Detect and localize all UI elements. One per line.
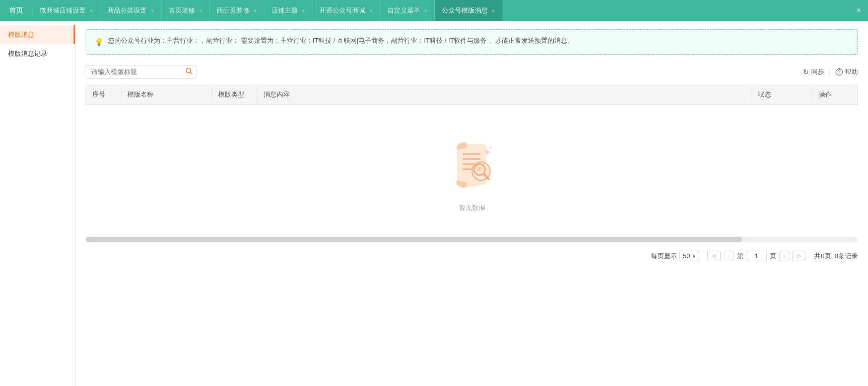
search-button[interactable]: [185, 67, 192, 76]
home-label: 首页: [9, 6, 23, 14]
nav-tab-theme[interactable]: 店铺主题 ×: [264, 0, 312, 21]
nav-tab-cat-label: 商品分类设置: [107, 6, 147, 15]
lightbulb-icon: 💡: [94, 36, 104, 48]
sidebar-item-label: 模版消息记录: [8, 50, 47, 57]
page-size-label: 每页显示: [651, 252, 677, 261]
svg-point-12: [490, 146, 492, 148]
nav-tab-theme-label: 店铺主题: [272, 6, 298, 15]
close-icon[interactable]: ×: [253, 8, 256, 14]
empty-state: 暂无数据: [86, 105, 858, 233]
last-page-button[interactable]: ⊳: [792, 251, 806, 261]
sidebar: 模版消息 模版消息记录: [0, 21, 76, 386]
col-header-seq: 序号: [86, 85, 121, 105]
sidebar-item-template-log[interactable]: 模版消息记录: [0, 44, 75, 63]
top-nav: 首页 微商城店铺设置 × 商品分类设置 × 首页装修 × 商品页装修 × 店铺主…: [0, 0, 868, 21]
search-input-wrap: [86, 65, 196, 79]
notice-highlight: 需要设置为：主营行业：IT科技 / 互联网|电子商务，副营行业：IT科技 / I…: [241, 37, 494, 44]
nav-tab-home[interactable]: 首页: [0, 6, 33, 15]
total-info: 共0页, 0条记录: [814, 252, 858, 261]
search-input[interactable]: [86, 65, 196, 79]
scrollbar[interactable]: [86, 237, 858, 243]
prev-page-button[interactable]: ‹: [724, 251, 734, 261]
help-circle-icon: ?: [836, 68, 843, 75]
col-header-action: 操作: [813, 85, 858, 105]
help-label: 帮助: [845, 67, 858, 76]
help-button[interactable]: ? 帮助: [836, 67, 858, 76]
nav-tab-wsc-label: 微商城店铺设置: [40, 6, 86, 15]
pagination: 每页显示 50 ∨ ⊲ ‹ 第 页 › ⊳ 共0页, 0条记录: [86, 247, 858, 265]
close-icon[interactable]: ×: [90, 8, 93, 14]
content-area: 💡 您的公众号行业为：主营行业：，副营行业： 需要设置为：主营行业：IT科技 /…: [76, 21, 868, 386]
first-page-button[interactable]: ⊲: [707, 251, 721, 261]
next-page-button[interactable]: ›: [779, 251, 789, 261]
page-size-dropdown[interactable]: 50 ∨: [679, 251, 699, 261]
search-bar: ↻ 同步 | ? 帮助: [86, 65, 858, 79]
data-table: 序号 模版名称 模版类型 消息内容 状态 操作: [86, 85, 858, 233]
sync-label: 同步: [811, 67, 824, 76]
page-number-input[interactable]: [747, 251, 767, 261]
close-icon[interactable]: ×: [369, 8, 372, 14]
page-suffix: 页: [770, 252, 776, 261]
close-icon[interactable]: ×: [151, 8, 154, 14]
close-all-button[interactable]: ×: [849, 6, 868, 15]
search-right: ↻ 同步 | ? 帮助: [803, 67, 858, 76]
search-left: [86, 65, 196, 79]
main-layout: 模版消息 模版消息记录 💡 您的公众号行业为：主营行业：，副营行业： 需要设置为…: [0, 21, 868, 386]
page-size-select: 每页显示 50 ∨: [651, 251, 699, 261]
nav-tab-prod-dec[interactable]: 商品页装修 ×: [210, 0, 264, 21]
empty-text: 暂无数据: [86, 203, 858, 212]
sync-button[interactable]: ↻ 同步: [803, 67, 824, 76]
nav-tab-prod-dec-label: 商品页装修: [217, 6, 249, 15]
divider: |: [829, 68, 831, 75]
close-icon[interactable]: ×: [199, 8, 202, 14]
notice-text: 您的公众号行业为：主营行业：，副营行业： 需要设置为：主营行业：IT科技 / 互…: [108, 36, 574, 46]
nav-tab-wsc[interactable]: 微商城店铺设置 ×: [33, 0, 100, 21]
page-prefix: 第: [737, 252, 744, 261]
col-header-content: 消息内容: [257, 85, 752, 105]
nav-tab-home-dec[interactable]: 首页装修 ×: [162, 0, 210, 21]
col-header-type: 模版类型: [212, 85, 257, 105]
page-size-value: 50: [683, 252, 690, 260]
sync-icon: ↻: [803, 68, 809, 76]
sidebar-item-template-msg[interactable]: 模版消息: [0, 25, 75, 44]
nav-tab-template-label: 公众号模版消息: [442, 6, 488, 15]
nav-tab-menu-label: 自定义菜单: [387, 6, 420, 15]
close-icon[interactable]: ×: [492, 8, 495, 14]
nav-tab-mall[interactable]: 开通公众号商城 ×: [312, 0, 380, 21]
empty-illustration: [442, 135, 502, 195]
nav-tab-menu[interactable]: 自定义菜单 ×: [380, 0, 435, 21]
scrollbar-thumb: [86, 237, 742, 242]
close-icon[interactable]: ×: [302, 8, 305, 14]
nav-tab-template[interactable]: 公众号模版消息 ×: [435, 0, 502, 21]
notice-box: 💡 您的公众号行业为：主营行业：，副营行业： 需要设置为：主营行业：IT科技 /…: [86, 29, 858, 55]
sidebar-item-label: 模版消息: [8, 31, 34, 38]
col-header-name: 模版名称: [121, 85, 212, 105]
col-header-status: 状态: [752, 85, 813, 105]
close-icon[interactable]: ×: [424, 8, 427, 14]
nav-tab-home-dec-label: 首页装修: [169, 6, 195, 15]
nav-tab-cat[interactable]: 商品分类设置 ×: [100, 0, 161, 21]
nav-tab-mall-label: 开通公众号商城: [319, 6, 365, 15]
chevron-down-icon: ∨: [692, 253, 696, 259]
svg-line-1: [190, 72, 192, 74]
